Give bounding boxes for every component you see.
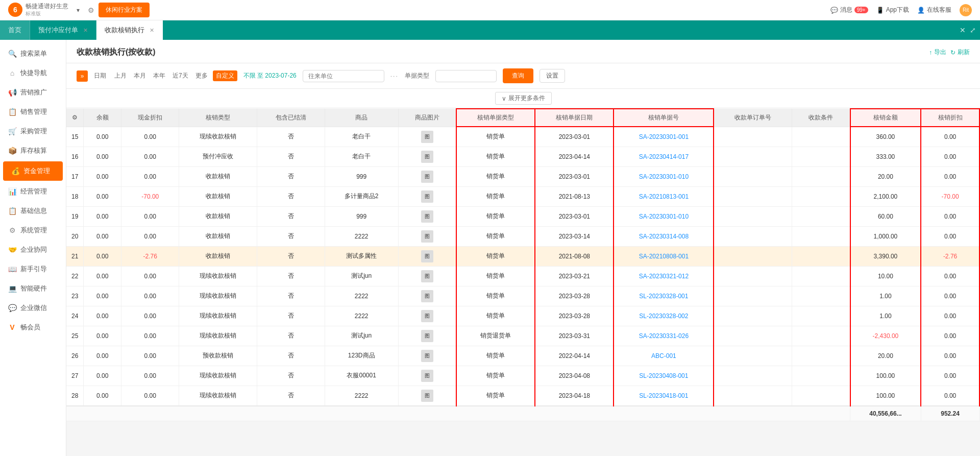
date-option-more[interactable]: 更多 — [193, 70, 210, 81]
table-wrapper: ⚙ 余额 现金折扣 核销类型 包含已结清 商品 商品图片 核销单据类型 核销单据… — [66, 108, 980, 421]
bill-no-link[interactable]: SL-20230328-002 — [639, 313, 688, 320]
tab-close-icon[interactable]: ✕ — [960, 26, 966, 34]
cell-verify-bill-no[interactable]: SL-20230328-001 — [614, 286, 714, 306]
th-verify-type: 核销类型 — [179, 109, 257, 127]
cell-id: 23 — [66, 286, 84, 306]
cell-verify-type: 现续收款核销 — [179, 266, 257, 286]
sidebar-label: 畅会员 — [20, 323, 40, 332]
cell-balance: 0.00 — [84, 366, 121, 386]
bill-no-link[interactable]: SA-20230301-010 — [639, 213, 689, 220]
sidebar-label: 资金管理 — [23, 166, 50, 176]
bill-no-link[interactable]: ABC-001 — [651, 352, 676, 359]
sidebar-item-sys[interactable]: ⚙ 系统管理 — [0, 221, 66, 240]
bill-no-link[interactable]: SA-20210813-001 — [639, 193, 689, 200]
top-bar-left: 6 畅捷通谱好生意 标准版 ▾ ⚙ 休闲行业方案 — [8, 3, 824, 17]
cell-verify-bill-no[interactable]: SA-20230414-017 — [614, 147, 714, 166]
tab-prepay-close[interactable]: ✕ — [83, 27, 88, 34]
date-option-last-month[interactable]: 上月 — [112, 70, 129, 81]
query-button[interactable]: 查询 — [503, 68, 533, 83]
footer-verify-amount: 40,556,66... — [850, 406, 921, 421]
bill-no-link[interactable]: SA-20230301-001 — [639, 133, 689, 140]
cell-verify-bill-no[interactable]: SA-20230331-026 — [614, 326, 714, 346]
bill-no-link[interactable]: SA-20230301-010 — [639, 173, 689, 180]
receipt-type-select[interactable]: 销货单 销货退货单 — [435, 70, 497, 82]
sidebar-item-quick-nav[interactable]: ⌂ 快捷导航 — [0, 63, 66, 83]
tab-prepay[interactable]: 预付冲应付单 ✕ — [30, 20, 96, 40]
expand-button[interactable]: » — [77, 70, 88, 82]
online-service-button[interactable]: 👤 在线客服 — [917, 6, 951, 14]
cell-verify-bill-no[interactable]: SA-20210813-001 — [614, 186, 714, 206]
sidebar-item-smart-hw[interactable]: 💻 智能硬件 — [0, 279, 66, 298]
app-download-button[interactable]: 📱 App下载 — [876, 6, 909, 14]
refresh-button[interactable]: ↻ 刷新 — [950, 48, 970, 57]
main-table: ⚙ 余额 现金折扣 核销类型 包含已结清 商品 商品图片 核销单据类型 核销单据… — [66, 108, 980, 421]
cell-verify-bill-no[interactable]: SL-20230418-001 — [614, 386, 714, 406]
cell-verify-bill-no[interactable]: SL-20230408-001 — [614, 366, 714, 386]
cell-product-img: 图 — [398, 186, 456, 206]
bill-no-link[interactable]: SL-20230408-001 — [639, 372, 688, 379]
brand-dropdown[interactable]: ▾ — [72, 7, 84, 14]
table-row: 15 0.00 0.00 现续收款核销 否 老白干 图 销货单 2023-03-… — [66, 127, 979, 147]
date-option-7days[interactable]: 近7天 — [170, 70, 190, 81]
cell-product-img: 图 — [398, 147, 456, 166]
date-option-this-year[interactable]: 本年 — [151, 70, 167, 81]
cell-product-img: 图 — [398, 226, 456, 246]
expand-more-button[interactable]: ∨ 展开更多条件 — [495, 92, 552, 105]
settings-button[interactable]: 设置 — [540, 69, 565, 83]
tab-home[interactable]: 首页 — [0, 20, 30, 40]
th-settings[interactable]: ⚙ — [66, 109, 84, 127]
cell-product: 999 — [325, 166, 398, 186]
sidebar-item-search-menu[interactable]: 🔍 搜索菜单 — [0, 44, 66, 63]
cell-verify-bill-no[interactable]: SA-20210808-001 — [614, 246, 714, 266]
sidebar-item-sales[interactable]: 📋 销售管理 — [0, 102, 66, 122]
cell-verify-bill-no[interactable]: SA-20230301-010 — [614, 206, 714, 226]
sidebar-item-newbie[interactable]: 📖 新手引导 — [0, 259, 66, 279]
sidebar-item-wx[interactable]: 💬 企业微信 — [0, 298, 66, 318]
tab-expand-icon[interactable]: ⤢ — [970, 26, 976, 34]
sidebar-item-vip[interactable]: V 畅会员 — [0, 318, 66, 337]
cell-verify-bill-no[interactable]: SA-20230321-012 — [614, 266, 714, 286]
cell-verify-bill-no[interactable]: SA-20230301-010 — [614, 166, 714, 186]
purchase-icon: 🛒 — [8, 127, 16, 135]
sidebar-item-purchase[interactable]: 🛒 采购管理 — [0, 122, 66, 141]
tab-verify-close[interactable]: ✕ — [150, 27, 154, 34]
settings-icon[interactable]: ⚙ — [88, 6, 94, 14]
cell-balance: 0.00 — [84, 266, 121, 286]
export-button[interactable]: ↑ 导出 — [929, 48, 946, 57]
date-option-custom[interactable]: 自定义 — [213, 70, 237, 81]
sidebar-item-inventory[interactable]: 📦 库存核算 — [0, 141, 66, 160]
bill-no-link[interactable]: SA-20210808-001 — [639, 253, 689, 260]
cell-receipt-order-no — [714, 386, 792, 406]
bill-no-link[interactable]: SL-20230418-001 — [639, 392, 688, 399]
tab-verify[interactable]: 收款核销执行 ✕ — [96, 20, 163, 40]
sidebar-item-basic[interactable]: 📋 基础信息 — [0, 201, 66, 221]
th-verify-amount: 核销金额 — [850, 109, 921, 127]
cell-verify-bill-no[interactable]: SL-20230328-002 — [614, 306, 714, 326]
table-row: 23 0.00 0.00 现续收款核销 否 2222 图 销货单 2023-03… — [66, 286, 979, 306]
cell-verify-discount: -70.00 — [921, 186, 979, 206]
bill-no-link[interactable]: SA-20230314-008 — [639, 233, 689, 240]
bill-no-link[interactable]: SL-20230328-001 — [639, 293, 688, 300]
solution-button[interactable]: 休闲行业方案 — [99, 3, 150, 17]
bill-no-link[interactable]: SA-20230331-026 — [639, 332, 689, 340]
sidebar-item-fund[interactable]: 💰 资金管理 — [3, 161, 63, 181]
cell-verify-bill-no[interactable]: SA-20230301-001 — [614, 127, 714, 147]
bill-no-link[interactable]: SA-20230321-012 — [639, 273, 689, 280]
cell-verify-discount: 0.00 — [921, 206, 979, 226]
cell-product: 测试jun — [325, 326, 398, 346]
date-option-this-month[interactable]: 本月 — [132, 70, 148, 81]
biz-icon: 📊 — [8, 187, 16, 196]
avatar[interactable]: Rit — [960, 4, 972, 16]
bill-no-link[interactable]: SA-20230414-017 — [639, 153, 689, 160]
cell-product-img: 图 — [398, 366, 456, 386]
from-unit-input[interactable] — [303, 70, 384, 82]
sidebar-item-biz[interactable]: 📊 经营管理 — [0, 182, 66, 201]
service-icon: 👤 — [917, 7, 925, 14]
cell-product: 2222 — [325, 226, 398, 246]
cell-verify-bill-no[interactable]: ABC-001 — [614, 346, 714, 366]
messages-button[interactable]: 💬 消息 99+ — [830, 6, 868, 14]
cell-verify-bill-no[interactable]: SA-20230314-008 — [614, 226, 714, 246]
sidebar-item-marketing[interactable]: 📢 营销推广 — [0, 83, 66, 102]
sidebar-item-enterprise[interactable]: 🤝 企业协同 — [0, 240, 66, 259]
cell-verify-bill-type: 销货单 — [456, 127, 535, 147]
